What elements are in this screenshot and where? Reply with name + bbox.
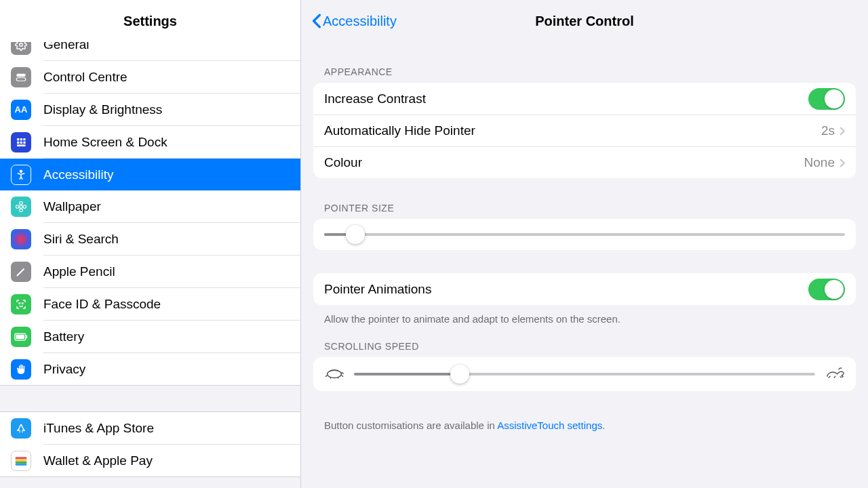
sidebar-item-label: Display & Brightness [43, 102, 162, 117]
flower-icon [11, 197, 31, 217]
row-label: Automatically Hide Pointer [324, 123, 475, 138]
sidebar-item-apple-pencil[interactable]: Apple Pencil [0, 256, 300, 287]
svg-rect-22 [16, 459, 27, 461]
siri-icon [11, 229, 31, 249]
svg-rect-2 [16, 77, 26, 81]
sidebar-title: Settings [0, 0, 300, 42]
detail-header: Accessibility Pointer Control [301, 0, 868, 42]
sidebar-item-display-brightness[interactable]: AA Display & Brightness [0, 94, 300, 125]
svg-rect-21 [16, 457, 27, 459]
slider-knob[interactable] [450, 365, 469, 384]
svg-point-11 [20, 205, 23, 208]
back-button[interactable]: Accessibility [312, 14, 397, 29]
sidebar-item-label: Accessibility [43, 167, 113, 182]
hare-icon [825, 366, 845, 382]
sidebar-item-label: iTunes & App Store [43, 421, 154, 436]
detail-pane: Accessibility Pointer Control APPEARANCE… [301, 0, 868, 488]
svg-point-17 [22, 302, 24, 304]
svg-point-0 [20, 43, 23, 46]
svg-point-16 [19, 302, 20, 304]
colour-value: None [804, 155, 835, 170]
back-label: Accessibility [323, 14, 397, 29]
svg-rect-20 [26, 335, 28, 338]
pointer-animations-toggle[interactable] [808, 279, 845, 300]
row-auto-hide-pointer[interactable]: Automatically Hide Pointer 2s [313, 115, 856, 146]
pencil-icon [11, 262, 31, 282]
svg-rect-24 [16, 464, 27, 466]
sidebar-item-control-centre[interactable]: Control Centre [0, 61, 300, 93]
scrolling-speed-slider-card [313, 357, 856, 391]
pointer-size-slider-card [313, 219, 856, 250]
chevron-left-icon [312, 14, 321, 28]
svg-point-12 [20, 201, 23, 205]
row-label: Pointer Animations [324, 282, 431, 297]
svg-point-10 [20, 170, 22, 172]
row-colour[interactable]: Colour None [313, 146, 856, 178]
pointer-animations-group: Pointer Animations [313, 273, 856, 305]
sidebar-item-general[interactable]: General [0, 42, 300, 60]
sidebar-list[interactable]: General Control Centre AA Display & Brig… [0, 42, 300, 488]
sidebar-item-home-screen-dock[interactable]: Home Screen & Dock [0, 126, 300, 158]
gear-icon [11, 42, 31, 55]
sidebar-item-face-id-passcode[interactable]: Face ID & Passcode [0, 288, 300, 320]
slider-knob[interactable] [346, 225, 365, 244]
sidebar-item-label: Apple Pencil [43, 264, 115, 279]
sidebar-item-label: Battery [43, 329, 84, 344]
auto-hide-value: 2s [821, 123, 835, 138]
sidebar-item-accessibility[interactable]: Accessibility [0, 159, 300, 190]
sidebar-item-wallpaper[interactable]: Wallpaper [0, 190, 300, 222]
sidebar-item-itunes-app-store[interactable]: iTunes & App Store [0, 412, 300, 444]
svg-rect-9 [17, 144, 26, 146]
face-id-icon [11, 294, 31, 314]
row-increase-contrast[interactable]: Increase Contrast [313, 83, 856, 115]
button-customisations-footer: Button customisations are available in A… [301, 411, 868, 439]
sidebar-item-label: Siri & Search [43, 232, 119, 247]
toggle-icon [11, 67, 31, 87]
row-label: Increase Contrast [324, 92, 426, 106]
svg-point-15 [23, 205, 26, 208]
sidebar-item-siri-search[interactable]: Siri & Search [0, 223, 300, 255]
svg-rect-6 [17, 141, 19, 143]
text-size-icon: AA [11, 100, 31, 120]
svg-rect-4 [20, 138, 22, 140]
pointer-animations-footer: Allow the pointer to animate and adapt t… [301, 305, 868, 333]
assistivetouch-settings-link[interactable]: AssistiveTouch settings [497, 420, 602, 431]
section-header-appearance: APPEARANCE [301, 42, 868, 83]
scrolling-speed-slider[interactable] [354, 373, 815, 375]
sidebar-item-privacy[interactable]: Privacy [0, 353, 300, 385]
wallet-icon [11, 451, 31, 471]
appearance-group: Increase Contrast Automatically Hide Poi… [313, 83, 856, 178]
section-header-pointer-size: POINTER SIZE [301, 178, 868, 219]
row-pointer-animations[interactable]: Pointer Animations [313, 273, 856, 305]
svg-rect-1 [16, 73, 26, 77]
increase-contrast-toggle[interactable] [808, 88, 845, 110]
sidebar-item-battery[interactable]: Battery [0, 321, 300, 352]
tortoise-icon [324, 366, 344, 382]
sidebar-item-label: Wallpaper [43, 199, 101, 214]
sidebar-item-label: Face ID & Passcode [43, 297, 161, 312]
chevron-right-icon [839, 158, 845, 168]
app-store-icon [11, 418, 31, 439]
detail-content[interactable]: APPEARANCE Increase Contrast Automatical… [301, 42, 868, 488]
svg-rect-23 [16, 461, 27, 463]
sidebar-item-label: Home Screen & Dock [43, 135, 167, 150]
battery-icon [11, 327, 31, 347]
section-header-scrolling-speed: SCROLLING SPEED [301, 333, 868, 357]
pointer-size-slider[interactable] [324, 233, 845, 236]
sidebar-item-wallet-apple-pay[interactable]: Wallet & Apple Pay [0, 445, 300, 476]
svg-rect-19 [16, 334, 25, 339]
svg-point-25 [328, 370, 342, 378]
svg-point-13 [20, 209, 23, 212]
hand-icon [11, 359, 31, 380]
sidebar-item-label: Privacy [43, 362, 85, 377]
row-label: Colour [324, 155, 362, 170]
svg-rect-8 [23, 141, 25, 143]
sidebar-item-label: General [43, 42, 90, 52]
svg-rect-3 [17, 138, 19, 140]
sidebar-item-label: Control Centre [43, 70, 127, 85]
chevron-right-icon [839, 126, 845, 136]
grid-icon [11, 132, 31, 152]
accessibility-icon [11, 165, 31, 185]
settings-sidebar: Settings General Control Centre AA Displ… [0, 0, 301, 488]
svg-rect-5 [23, 138, 25, 140]
